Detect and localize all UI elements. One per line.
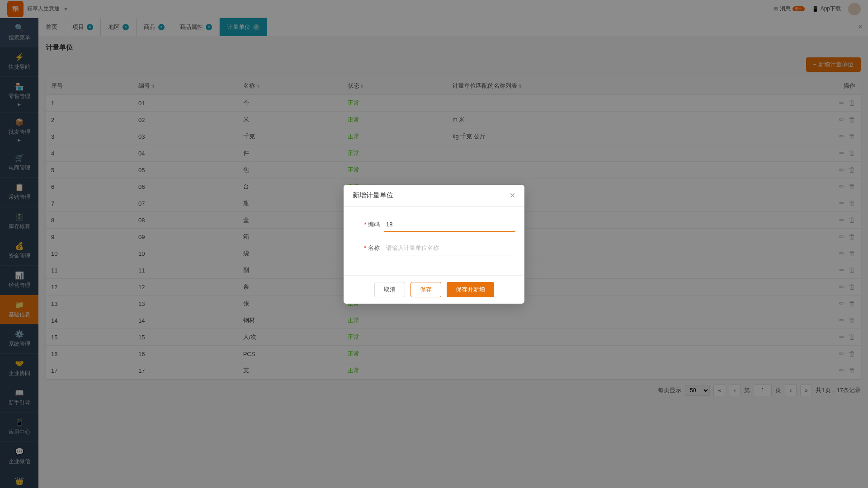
form-row-code: 编码: [353, 217, 515, 232]
save-button[interactable]: 保存: [410, 282, 441, 297]
form-name-input[interactable]: [384, 241, 515, 255]
form-row-name: 名称: [353, 241, 515, 255]
modal-close-button[interactable]: ✕: [509, 191, 515, 200]
form-code-label: 编码: [353, 221, 380, 229]
cancel-button[interactable]: 取消: [374, 282, 405, 297]
modal-footer: 取消 保存 保存并新增: [344, 275, 524, 304]
modal-overlay[interactable]: 新增计量单位 ✕ 编码 名称 取消 保存 保存并新增: [0, 0, 868, 488]
modal-title: 新增计量单位: [353, 191, 393, 200]
modal-add-unit: 新增计量单位 ✕ 编码 名称 取消 保存 保存并新增: [344, 185, 524, 304]
form-name-label: 名称: [353, 244, 380, 252]
form-code-input[interactable]: [384, 217, 515, 232]
save-and-new-button[interactable]: 保存并新增: [447, 282, 494, 297]
modal-body: 编码 名称: [344, 206, 524, 275]
modal-header: 新增计量单位 ✕: [344, 185, 524, 206]
